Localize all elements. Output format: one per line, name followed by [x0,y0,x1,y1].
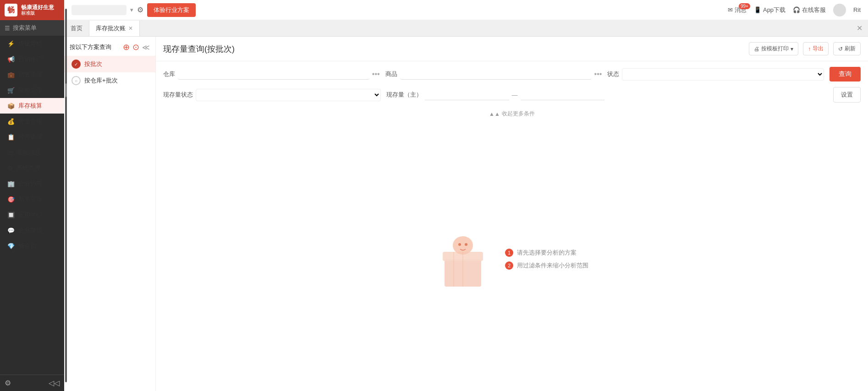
breadcrumb-chevron-icon[interactable]: ▾ [130,6,133,13]
tip-number-1: 1 [505,249,513,257]
quick-nav-icon: ⚡ [7,40,15,47]
setting-button[interactable]: 设置 [833,87,861,103]
sidebar-item-purchase[interactable]: 🛒 采购管理 [0,82,64,98]
online-service-btn[interactable]: 🎧 在线客服 [793,6,826,14]
filter-row-2: 现存量状态 现存量（主） — 设置 [163,87,861,103]
sidebar-item-member[interactable]: 💎 畅会员 [0,238,64,254]
collapse-panel-icon[interactable]: ≪ [142,43,150,52]
export-icon: ↑ [808,46,811,52]
svg-point-3 [458,243,461,246]
sidebar-item-enterprise[interactable]: 🏢 企业协同 [0,176,64,191]
sidebar-item-quick-nav[interactable]: ⚡ 快捷导航 [0,36,64,51]
scroll-track [65,9,67,382]
sidebar-item-newbie[interactable]: 🎯 新手引导 [0,191,64,207]
export-button[interactable]: ↑ 导出 [803,42,829,55]
app-subtitle: 标准版 [21,11,54,16]
goods-more-icon[interactable]: ••• [594,70,602,78]
app-logo: 畅 [5,4,17,16]
trial-button[interactable]: 体验行业方案 [147,3,196,17]
tab-inventory-batch-label: 库存批次账 [96,24,126,33]
empty-illustration [435,232,490,287]
tabs-bar: 首页 库存批次账 ✕ ✕ [64,20,868,37]
sidebar-item-wechat[interactable]: 💬 企业微信 [0,223,64,238]
sidebar: 畅 畅康通好生意 标准版 ☰ 搜索菜单 ⚡ 快捷导航 📢 营销推广 💼 销售管理 [0,0,64,391]
query-button[interactable]: 查询 [830,67,861,81]
collapse-sidebar-icon[interactable]: ◁◁ [49,379,60,387]
topbar-right: ✉ 消息 99+ 📱 App下载 🎧 在线客服 Rit [728,4,861,16]
sidebar-item-finance[interactable]: 💰 资金管理 [0,114,64,129]
status-select[interactable] [622,68,824,81]
sidebar-item-appstore[interactable]: 🔲 应用中心 [0,207,64,223]
sidebar-item-label: 系统管理 [16,164,40,172]
filter-inventory-status: 现存量状态 [163,89,381,101]
tip-text-1: 请先选择要分析的方案 [517,249,577,257]
sidebar-item-system[interactable]: ⚙ 系统管理 [0,160,64,176]
app-title: 畅康通好生意 [21,4,54,11]
messages-btn[interactable]: ✉ 消息 99+ [728,6,747,14]
sidebar-item-label: 营销推广 [18,55,42,63]
refresh-button[interactable]: ↺ 刷新 [833,42,861,55]
qty-min-input[interactable] [425,89,509,100]
finance-icon: 💰 [7,118,15,125]
template-print-button[interactable]: 🖨 按模板打印 ▾ [749,42,798,55]
sidebar-search[interactable]: ☰ 搜索菜单 [0,20,64,36]
warehouse-more-icon[interactable]: ••• [372,70,380,78]
sidebar-item-basic[interactable]: 🗃 基础信息 [0,145,64,160]
inventory-icon: 📦 [7,103,15,109]
tip-text-2: 用过滤条件来缩小分析范围 [517,261,588,270]
collapse-filter-btn[interactable]: ▲▲ 收起更多条件 [163,108,861,121]
settings-scheme-icon[interactable]: ⊙ [132,42,139,52]
page-content: 按以下方案查询 ⊕ ⊙ ≪ ✓ 按批次 ○ 按仓库+批次 现存量查询(按批次) [64,37,868,391]
collapse-label: 收起更多条件 [502,110,535,118]
sidebar-item-marketing[interactable]: 📢 营销推广 [0,51,64,67]
sidebar-item-sales[interactable]: 💼 销售管理 [0,67,64,82]
scheme-by-warehouse-batch[interactable]: ○ 按仓库+批次 [64,72,155,89]
tab-home[interactable]: 首页 [64,21,89,36]
sidebar-item-inventory[interactable]: 📦 库存核算 [0,98,64,114]
scheme-by-batch[interactable]: ✓ 按批次 [64,56,155,72]
purchase-icon: 🛒 [7,87,15,94]
scheme-active-icon: ✓ [71,60,81,69]
qty-max-input[interactable] [521,89,604,100]
settings-icon[interactable]: ⚙ [5,379,11,387]
empty-state: 1 请先选择要分析的方案 2 用过滤条件来缩小分析范围 [156,127,868,391]
app-download-btn[interactable]: 📱 App下载 [754,6,786,14]
svg-point-4 [465,243,467,246]
headset-icon: 🎧 [793,6,800,13]
filter-warehouse: 仓库 ••• [163,69,380,80]
appstore-icon: 🔲 [7,212,15,218]
left-panel-title: 按以下方案查询 [70,43,111,51]
online-service-label: 在线客服 [802,6,826,14]
template-print-chevron-icon[interactable]: ▾ [791,46,793,52]
breadcrumb-input[interactable] [71,5,126,15]
marketing-icon: 📢 [7,56,15,63]
tab-close-icon[interactable]: ✕ [128,25,133,32]
member-icon: 💎 [7,243,15,250]
sidebar-item-label: 采购管理 [18,86,42,94]
sidebar-item-operation[interactable]: 📋 经营管理 [0,129,64,145]
enterprise-icon: 🏢 [7,180,15,187]
sidebar-item-label: 经营管理 [18,133,42,141]
scheme-inactive-icon: ○ [71,76,81,85]
inventory-status-select[interactable] [196,89,381,101]
goods-input[interactable] [400,69,592,80]
message-icon: ✉ [728,6,733,13]
goods-label: 商品 [385,70,397,78]
warehouse-input[interactable] [178,69,369,80]
avatar[interactable] [833,4,846,16]
right-panel: 现存量查询(按批次) 🖨 按模板打印 ▾ ↑ 导出 ↺ 刷新 [156,37,868,391]
sales-icon: 💼 [7,71,15,78]
tab-home-label: 首页 [71,24,82,33]
tab-inventory-batch[interactable]: 库存批次账 ✕ [89,21,140,36]
topbar-gear-icon[interactable]: ⚙ [137,5,143,14]
sidebar-item-label: 新手引导 [18,195,42,203]
topbar: ▾ ⚙ 体验行业方案 ✉ 消息 99+ 📱 App下载 🎧 在线客服 Rit [64,0,868,20]
filter-status: 状态 [607,68,824,81]
tabs-close-all-btn[interactable]: ✕ [851,20,868,36]
filter-row-1: 仓库 ••• 商品 ••• 状态 查询 [163,67,861,81]
left-panel-actions: ⊕ ⊙ ≪ [123,42,150,52]
add-scheme-icon[interactable]: ⊕ [123,42,130,52]
sidebar-nav: ⚡ 快捷导航 📢 营销推广 💼 销售管理 🛒 采购管理 📦 库存核算 💰 [0,36,64,375]
username-label[interactable]: Rit [853,6,861,13]
scroll-thumb [65,83,67,97]
